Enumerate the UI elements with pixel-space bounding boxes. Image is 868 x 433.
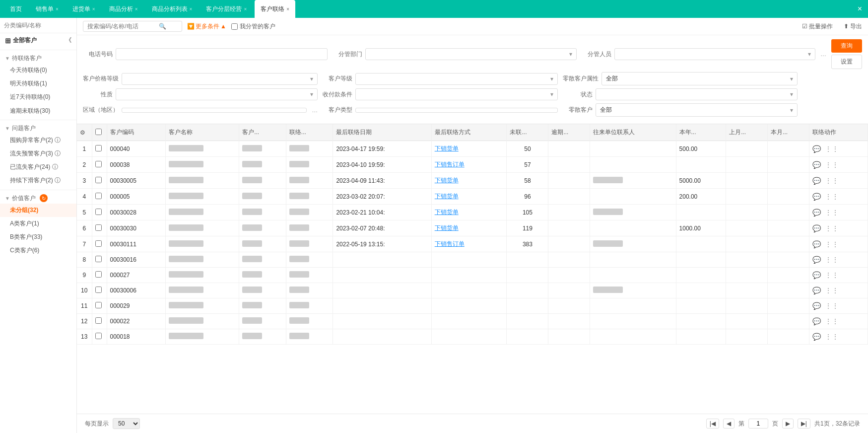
row-last-method[interactable] <box>431 268 507 283</box>
col-name[interactable]: 客户名称 <box>166 124 239 141</box>
row-last-method[interactable]: 下销售订单 <box>431 236 507 252</box>
sidebar-item-overdue[interactable]: 逾期未联络(30) <box>0 104 76 118</box>
more-conditions-button[interactable]: 🔽 更多条件 ▲ <box>187 22 226 31</box>
price-level-select[interactable]: ▾ <box>122 73 318 85</box>
col-action[interactable]: 联络动作 <box>809 124 868 141</box>
tab-product-analysis[interactable]: 商品分析 × <box>103 0 144 18</box>
row-checkbox[interactable] <box>92 252 107 268</box>
col-code[interactable]: 客户编码 <box>107 124 166 141</box>
manager-select[interactable]: ▾ <box>614 48 815 60</box>
sidebar-group-problem[interactable]: ▼ 问题客户 <box>0 122 76 134</box>
more-action-icon[interactable]: ⋮⋮ <box>825 224 839 232</box>
sidebar-item-class-c[interactable]: C类客户(6) <box>0 244 76 257</box>
tab-product-analysis-list[interactable]: 商品分析列表 × <box>146 0 199 18</box>
sidebar-item-churn-warning[interactable]: 流失预警客户(3) ⓘ <box>0 147 76 160</box>
sidebar-item-ungrouped[interactable]: 未分组(32) <box>0 204 76 217</box>
last-page-button[interactable]: ▶| <box>798 419 810 429</box>
payment-select[interactable]: ▾ <box>355 88 557 100</box>
scattered-attr-select[interactable]: 全部▾ <box>601 72 798 85</box>
nature-select[interactable]: ▾ <box>116 88 318 100</box>
close-icon[interactable]: × <box>92 6 95 12</box>
col-contact[interactable]: 联络... <box>286 124 333 141</box>
dept-select[interactable]: ▾ <box>365 48 577 60</box>
phone-input[interactable] <box>116 48 328 60</box>
nav-home[interactable]: 首页 <box>4 3 28 15</box>
more-action-icon[interactable]: ⋮⋮ <box>825 177 839 185</box>
col-checkbox[interactable] <box>92 124 107 141</box>
contact-action-icon[interactable]: 💬 <box>812 240 821 248</box>
next-page-button[interactable]: ▶ <box>782 419 794 429</box>
cust-level-select[interactable]: ▾ <box>355 73 557 85</box>
sidebar-item-week[interactable]: 近7天待联络(0) <box>0 90 76 104</box>
close-icon[interactable]: × <box>190 6 193 12</box>
cust-type-select[interactable] <box>355 108 557 113</box>
contact-action-icon[interactable]: 💬 <box>812 271 821 279</box>
contact-action-icon[interactable]: 💬 <box>812 287 821 294</box>
row-last-method[interactable] <box>431 298 507 314</box>
tab-customer-tier[interactable]: 客户分层经营 × <box>200 0 253 18</box>
close-icon[interactable]: × <box>286 6 289 12</box>
contact-action-icon[interactable]: 💬 <box>812 193 821 201</box>
row-checkbox[interactable] <box>92 173 107 189</box>
batch-operation-button[interactable]: ☑ 批量操作 <box>802 22 833 31</box>
tab-purchase-order[interactable]: 进货单 × <box>67 0 101 18</box>
row-last-method[interactable]: 下销货单 <box>431 173 507 189</box>
col-last-month[interactable]: 上月... <box>726 124 768 141</box>
row-last-method[interactable] <box>431 329 507 345</box>
col-last-method[interactable]: 最后联络方式 <box>431 124 507 141</box>
col-not-contacted[interactable]: 未联... <box>507 124 548 141</box>
more-action-icon[interactable]: ⋮⋮ <box>825 193 839 201</box>
col-overdue[interactable]: 逾期... <box>548 124 590 141</box>
contact-action-icon[interactable]: 💬 <box>812 302 821 310</box>
select-all-checkbox[interactable] <box>95 129 102 135</box>
col-contact-person[interactable]: 往来单位联系人 <box>590 124 676 141</box>
row-checkbox[interactable] <box>92 329 107 345</box>
col-this-year[interactable]: 本年... <box>676 124 726 141</box>
query-button[interactable]: 查询 <box>831 39 862 53</box>
sidebar-item-tomorrow[interactable]: 明天待联络(1) <box>0 77 76 90</box>
row-checkbox[interactable] <box>92 205 107 220</box>
filter-search-icon[interactable]: 🔍 <box>159 23 166 30</box>
region-select[interactable] <box>122 108 307 113</box>
row-checkbox[interactable] <box>92 283 107 298</box>
sidebar-item-declining[interactable]: 持续下滑客户(2) ⓘ <box>0 174 76 187</box>
close-all-button[interactable]: × <box>856 2 864 15</box>
more-action-icon[interactable]: ⋮⋮ <box>825 256 839 264</box>
row-checkbox[interactable] <box>92 314 107 329</box>
more-action-icon[interactable]: ⋮⋮ <box>825 287 839 294</box>
collapse-icon[interactable]: 《 <box>66 36 71 45</box>
row-last-method[interactable] <box>431 314 507 329</box>
sidebar-all-customers[interactable]: ⊞ 全部客户 《 <box>0 33 76 48</box>
prev-page-button[interactable]: ◀ <box>723 419 734 429</box>
more-action-icon[interactable]: ⋮⋮ <box>825 302 839 310</box>
contact-action-icon[interactable]: 💬 <box>812 224 821 232</box>
col-customer[interactable]: 客户... <box>239 124 286 141</box>
col-this-month[interactable]: 本月... <box>768 124 809 141</box>
row-last-method[interactable]: 下销货单 <box>431 205 507 220</box>
refresh-badge[interactable]: ↻ <box>40 194 48 202</box>
sidebar-search-input[interactable] <box>4 22 77 29</box>
close-icon[interactable]: × <box>244 6 247 12</box>
contact-action-icon[interactable]: 💬 <box>812 177 821 185</box>
close-icon[interactable]: × <box>135 6 138 12</box>
more-icon[interactable]: … <box>312 107 318 114</box>
sidebar-item-class-a[interactable]: A类客户(1) <box>0 217 76 230</box>
more-action-icon[interactable]: ⋮⋮ <box>825 271 839 279</box>
my-customers-checkbox[interactable] <box>231 23 238 30</box>
more-action-icon[interactable]: ⋮⋮ <box>825 317 839 325</box>
more-action-icon[interactable]: ⋮⋮ <box>825 209 839 216</box>
contact-action-icon[interactable]: 💬 <box>812 256 821 264</box>
sidebar-group-value[interactable]: ▼ 价值客户 ↻ <box>0 192 76 204</box>
row-last-method[interactable]: 下销货单 <box>431 220 507 236</box>
col-settings[interactable]: ⚙ <box>77 124 92 141</box>
col-last-date[interactable]: 最后联络日期 <box>333 124 431 141</box>
row-last-method[interactable]: 下销货单 <box>431 141 507 157</box>
more-action-icon[interactable]: ⋮⋮ <box>825 145 839 153</box>
first-page-button[interactable]: |◀ <box>706 419 719 429</box>
contact-action-icon[interactable]: 💬 <box>812 317 821 325</box>
row-checkbox[interactable] <box>92 189 107 205</box>
filter-search-input[interactable] <box>87 23 157 30</box>
row-checkbox[interactable] <box>92 220 107 236</box>
row-last-method[interactable] <box>431 252 507 268</box>
tab-customer-contact[interactable]: 客户联络 × <box>255 0 295 18</box>
